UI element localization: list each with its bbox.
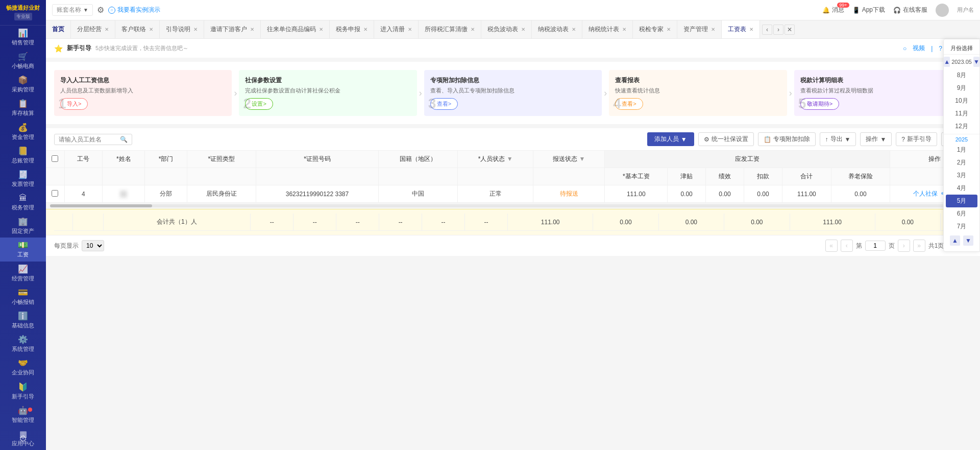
tab-close-icon[interactable]: ✕ [521, 27, 525, 32]
tab-clearance[interactable]: 进入清册 ✕ [374, 20, 419, 39]
row-select-checkbox[interactable] [52, 190, 58, 197]
month-9[interactable]: 9月 [944, 82, 979, 94]
search-icon[interactable]: 🔍 [120, 136, 128, 143]
tab-guide-desc[interactable]: 引导说明 ✕ [160, 20, 204, 39]
username[interactable]: 用户名 [957, 6, 974, 14]
topbar-gear-icon[interactable]: ⚙ [97, 5, 104, 15]
sidebar-item-system[interactable]: ⚙️ 系统管理 [0, 332, 46, 356]
tab-home[interactable]: 首页 [46, 20, 71, 39]
add-person-button[interactable]: 添加人员 ▼ [647, 132, 694, 146]
special-deduction-button[interactable]: 📋 专项附加扣除 [758, 132, 816, 146]
tab-prev-icon[interactable]: ‹ [762, 25, 772, 35]
tab-close-icon[interactable]: ✕ [667, 27, 671, 32]
first-page-button[interactable]: « [825, 240, 838, 252]
main-toolbar: 🔍 添加人员 ▼ ⚙ 统一社保设置 📋 专项附加扣除 [46, 128, 980, 151]
filter-icon-2[interactable]: ▼ [579, 155, 585, 162]
tab-next-icon[interactable]: › [773, 25, 783, 35]
month-11[interactable]: 11月 [944, 107, 979, 120]
sidebar-item-collab[interactable]: 🤝 企业协同 [0, 356, 46, 379]
tab-tax-wave[interactable]: 纳税波动表 ✕ [532, 20, 582, 39]
tab-stratified[interactable]: 分层经营 ✕ [71, 20, 115, 39]
sidebar-item-assets[interactable]: 🏢 固定资产 [0, 214, 46, 238]
tab-close-icon[interactable]: ✕ [408, 27, 412, 32]
app-download-button[interactable]: 📱 App下载 [852, 6, 885, 14]
settings-icon[interactable]: ⚙ [0, 428, 46, 450]
tab-close-icon[interactable]: ✕ [471, 27, 475, 32]
personal-insurance-link[interactable]: 个人社保 [913, 190, 938, 197]
guide-video-link[interactable]: 视频 [913, 44, 925, 53]
tab-customer[interactable]: 客户联络 ✕ [115, 20, 160, 39]
sidebar-item-management[interactable]: 📈 经营管理 [0, 262, 46, 285]
settings-icon: ⚙ [704, 136, 709, 143]
month-3[interactable]: 3月 [944, 169, 979, 182]
sidebar-item-ai[interactable]: 🤖 智能管理 [0, 403, 46, 427]
month-panel-title: 月份选择 [944, 42, 979, 55]
sidebar-item-sales[interactable]: 📊 销售管理 [0, 26, 46, 49]
sidebar-item-inventory[interactable]: 📋 库存核算 [0, 96, 46, 120]
last-page-button[interactable]: » [913, 240, 925, 252]
online-service-button[interactable]: 🎧 在线客服 [893, 6, 927, 14]
tab-invite[interactable]: 邀请下游客户 ✕ [204, 20, 261, 39]
month-6[interactable]: 6月 [944, 207, 979, 220]
tab-close-icon[interactable]: ✕ [319, 27, 323, 32]
tab-close-icon[interactable]: ✕ [149, 27, 153, 32]
tab-product-code[interactable]: 往来单位商品编码 ✕ [261, 20, 330, 39]
page-input[interactable] [865, 241, 886, 251]
action-button[interactable]: 操作 ▼ [860, 132, 892, 146]
table-row: 4 *** 分部 居民身份证 36232119990122 3387 中国 正常… [46, 185, 980, 203]
next-page-button[interactable]: › [898, 240, 910, 252]
account-dropdown[interactable]: 账套名称 ▼ [52, 4, 93, 16]
tab-close-icon[interactable]: ✕ [572, 27, 576, 32]
tab-tax-stat[interactable]: 纳税统计表 ✕ [582, 20, 633, 39]
sidebar-item-tax[interactable]: 🏛 税务管理 [0, 191, 46, 214]
avatar[interactable] [936, 4, 949, 17]
prev-page-button[interactable]: ‹ [841, 240, 853, 252]
tab-tax-report[interactable]: 税务申报 ✕ [330, 20, 374, 39]
sidebar-item-basic[interactable]: ℹ️ 基础信息 [0, 309, 46, 332]
message-button[interactable]: 🔔 消息 99+ [822, 6, 844, 14]
month-12[interactable]: 12月 [944, 120, 979, 133]
search-input[interactable] [59, 136, 120, 143]
sidebar-item-salary[interactable]: 💵 工资 [0, 238, 46, 261]
tab-salary[interactable]: 工资表 ✕ [722, 20, 760, 39]
sidebar-item-ledger[interactable]: 📒 总账管理 [0, 144, 46, 167]
tab-close-icon[interactable]: ✕ [711, 27, 715, 32]
month-2[interactable]: 2月 [944, 156, 979, 169]
filter-icon[interactable]: ▼ [507, 155, 513, 162]
select-all-checkbox[interactable] [52, 155, 58, 162]
demo-link[interactable]: ○ 我要看实例演示 [108, 6, 160, 14]
scroll-down-icon[interactable]: ▼ [963, 235, 973, 246]
social-security-settings-button[interactable]: ⚙ 统一社保设置 [698, 132, 754, 146]
summary-label: 会计共（1）人 [103, 214, 251, 231]
tab-close-icon[interactable]: ✕ [363, 27, 368, 32]
month-1[interactable]: 1月 [944, 144, 979, 156]
tab-close-all-icon[interactable]: ✕ [785, 25, 795, 35]
new-guide-button[interactable]: ? 新手引导 [896, 132, 937, 146]
sidebar-item-purchase[interactable]: 📦 采购管理 [0, 73, 46, 96]
sidebar-item-invoice[interactable]: 🧾 发票管理 [0, 167, 46, 191]
tab-close-icon[interactable]: ✕ [105, 27, 109, 32]
year-up-icon[interactable]: ▲ [944, 57, 950, 67]
month-7[interactable]: 7月 [944, 220, 979, 233]
tab-tax-expert[interactable]: 税检专家 ✕ [633, 20, 677, 39]
tab-tax-burden[interactable]: 税负波动表 ✕ [481, 20, 532, 39]
tab-assets[interactable]: 资产管理 ✕ [677, 20, 722, 39]
tab-close-icon[interactable]: ✕ [622, 27, 626, 32]
sidebar-item-reimbursement[interactable]: 💳 小畅报销 [0, 285, 46, 309]
month-4[interactable]: 4月 [944, 182, 979, 195]
sidebar-item-guide[interactable]: 🔰 新手引导 [0, 379, 46, 402]
tab-close-icon[interactable]: ✕ [193, 27, 198, 32]
year-down-icon[interactable]: ▼ [973, 57, 979, 67]
month-10[interactable]: 10月 [944, 94, 979, 107]
sidebar-item-finance[interactable]: 💰 资金管理 [0, 120, 46, 144]
scroll-up-icon[interactable]: ▲ [950, 235, 960, 246]
month-8[interactable]: 8月 [944, 69, 979, 82]
tab-close-active-icon[interactable]: ✕ [749, 27, 753, 32]
tab-income-tax[interactable]: 所得税汇算清缴 ✕ [419, 20, 481, 39]
export-button[interactable]: ↑ 导出 ▼ [820, 132, 856, 146]
sidebar-item-ecommerce[interactable]: 🛒 小畅电商 [0, 49, 46, 73]
per-page-select[interactable]: 10 20 50 [82, 240, 104, 251]
tab-close-icon[interactable]: ✕ [250, 27, 254, 32]
horizontal-scrollbar[interactable] [46, 203, 980, 209]
month-5-active[interactable]: 5月 [946, 195, 977, 207]
